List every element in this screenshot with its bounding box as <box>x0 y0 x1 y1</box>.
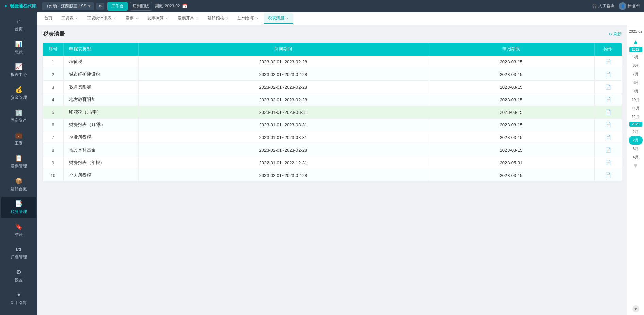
cell-action: 📄 <box>594 68 622 81</box>
cell-seq: 1 <box>43 56 63 68</box>
tab-purchase-check[interactable]: 进销稽核 × <box>204 13 233 24</box>
calendar-icon[interactable]: 📅 <box>182 4 187 9</box>
cell-type: 财务报表（年报） <box>63 156 138 169</box>
tab-salary-close[interactable]: × <box>75 16 78 20</box>
tab-tax-clear[interactable]: 税表清册 × <box>264 13 293 24</box>
year-label[interactable]: 2022 <box>629 47 642 52</box>
top-header: ✦ 畅捷通易代账 （勿动）江西服宝-LSS ▼ ⧉ 工作台 切到旧版 期账 20… <box>0 0 644 12</box>
month-item[interactable]: 10月 <box>627 95 644 104</box>
sidebar-item-settings[interactable]: ⚙ 设置 <box>1 265 36 286</box>
scroll-down-button[interactable]: ▼ <box>633 162 639 169</box>
tab-invoice-open[interactable]: 发票开具 × <box>174 13 203 24</box>
table-row: 9财务报表（年报）2022-01-01~2022-12-312023-05-31… <box>43 156 622 169</box>
action-icon[interactable]: 📄 <box>605 160 611 165</box>
action-icon[interactable]: 📄 <box>605 109 611 115</box>
cell-type: 增值税 <box>63 56 138 68</box>
tab-tax-clear-close[interactable]: × <box>286 16 289 20</box>
user-profile[interactable]: 👤 徐凌华 <box>619 2 640 10</box>
sidebar-item-purchase[interactable]: 📦 进销台账 <box>1 174 36 195</box>
month-item[interactable]: 12月 <box>627 112 644 121</box>
sidebar-label-fund: 资金管理 <box>11 95 27 101</box>
tab-invoice[interactable]: 发票 × <box>122 13 143 24</box>
sidebar-item-guide[interactable]: ✦ 新手引导 <box>1 288 36 309</box>
page-title-row: 税表清册 ↻ 刷新 <box>43 31 622 38</box>
sidebar-item-home[interactable]: ⌂ 首页 <box>1 14 36 35</box>
workstation-button[interactable]: 工作台 <box>107 2 128 11</box>
tab-home[interactable]: 首页 <box>40 13 57 24</box>
tab-invoice-calc-close[interactable]: × <box>165 16 168 20</box>
month-item[interactable]: 11月 <box>627 104 644 112</box>
month-item[interactable]: 7月 <box>627 70 644 78</box>
month-item[interactable]: 3月 <box>627 145 644 153</box>
tab-tax-clear-label: 税表清册 <box>268 15 284 21</box>
month-item[interactable]: 8月 <box>627 78 644 87</box>
right-panel-header: 2023.02 <box>627 28 644 35</box>
switch-old-button[interactable]: 切到旧版 <box>130 2 152 11</box>
copy-button[interactable]: ⧉ <box>96 3 104 10</box>
sidebar-item-fund[interactable]: 💰 资金管理 <box>1 82 36 104</box>
sidebar-item-tax[interactable]: 📑 税务管理 <box>1 197 36 218</box>
cell-seq: 3 <box>43 81 63 93</box>
action-icon[interactable]: 📄 <box>605 135 611 140</box>
sidebar-item-archive[interactable]: 🗂 归档管理 <box>1 242 36 264</box>
collapse-panel-button[interactable]: ▼ <box>632 305 639 312</box>
year-label[interactable]: 2023 <box>629 122 642 127</box>
tab-purchase-ledger[interactable]: 进销台账 × <box>234 13 263 24</box>
right-panel: 2023.02 ▲ 20225月6月7月8月9月10月11月12月20231月2… <box>627 25 644 315</box>
sidebar-item-fixed[interactable]: 🏢 固定资产 <box>1 105 36 127</box>
month-item[interactable]: 5月 <box>627 53 644 61</box>
cell-period: 2023-02-01~2023-02-28 <box>138 68 428 81</box>
ai-consult[interactable]: 🎧 人工咨询 <box>592 3 615 9</box>
month-item[interactable]: 1月 <box>627 127 644 136</box>
sidebar-label-settlement: 结账 <box>15 232 23 238</box>
action-icon[interactable]: 📄 <box>605 72 611 77</box>
action-icon[interactable]: 📄 <box>605 122 611 127</box>
fixed-icon: 🏢 <box>15 109 22 116</box>
action-icon[interactable]: 📄 <box>605 97 611 102</box>
tab-salary-stat-close[interactable]: × <box>113 16 116 20</box>
month-item[interactable]: 6月 <box>627 61 644 70</box>
month-item[interactable]: 4月 <box>627 153 644 162</box>
tab-salary-stat[interactable]: 工资统计报表 × <box>83 13 120 24</box>
refresh-button[interactable]: ↻ 刷新 <box>609 31 622 37</box>
sidebar-label-salary: 工资 <box>15 140 23 146</box>
month-item[interactable]: 2月 <box>629 136 643 145</box>
tab-salary[interactable]: 工资表 × <box>57 13 82 24</box>
user-name: 徐凌华 <box>628 3 640 9</box>
scroll-up-button[interactable]: ▲ <box>633 39 639 46</box>
cell-period: 2023-02-01~2023-02-28 <box>138 169 428 182</box>
action-icon[interactable]: 📄 <box>605 84 611 90</box>
cell-action: 📄 <box>594 131 622 144</box>
sidebar-item-ledger[interactable]: 📊 总账 <box>1 37 36 58</box>
table-row: 8地方水利基金2023-02-01~2023-02-282023-03-15📄 <box>43 144 622 156</box>
cell-seq: 6 <box>43 119 63 131</box>
tab-invoice-calc[interactable]: 发票测算 × <box>143 13 173 24</box>
tab-invoice-close[interactable]: × <box>135 16 139 20</box>
sidebar-item-salary[interactable]: 💼 工资 <box>1 128 36 150</box>
tab-purchase-ledger-label: 进销台账 <box>238 15 254 21</box>
cell-deadline: 2023-03-15 <box>428 169 594 182</box>
app-logo: ✦ 畅捷通易代账 <box>4 3 36 9</box>
month-item[interactable]: 9月 <box>627 87 644 95</box>
tab-purchase-check-close[interactable]: × <box>225 16 229 20</box>
cell-seq: 8 <box>43 144 63 156</box>
cell-action: 📄 <box>594 119 622 131</box>
sidebar-label-settings: 设置 <box>15 277 23 283</box>
sidebar-item-settlement[interactable]: 🔖 结账 <box>1 220 36 241</box>
action-icon[interactable]: 📄 <box>605 172 611 178</box>
sidebar-label-archive: 归档管理 <box>11 254 27 260</box>
table-row: 6财务报表（月/季）2023-01-01~2023-03-312023-03-1… <box>43 119 622 131</box>
refresh-label: 刷新 <box>613 31 622 37</box>
tab-purchase-ledger-close[interactable]: × <box>256 16 259 20</box>
company-selector[interactable]: （勿动）江西服宝-LSS ▼ <box>42 2 94 10</box>
cell-type: 财务报表（月/季） <box>63 119 138 131</box>
action-icon[interactable]: 📄 <box>605 59 611 64</box>
sidebar-item-report[interactable]: 📈 报表中心 <box>1 60 36 81</box>
sidebar-item-member[interactable]: V 畅会员 <box>1 311 36 315</box>
action-icon[interactable]: 📄 <box>605 147 611 153</box>
cell-action: 📄 <box>594 144 622 156</box>
sidebar-label-fixed: 固定资产 <box>11 118 27 123</box>
tax-icon: 📑 <box>15 200 22 208</box>
sidebar-item-invoice[interactable]: 📋 发票管理 <box>1 151 36 172</box>
tab-invoice-open-close[interactable]: × <box>195 16 199 20</box>
